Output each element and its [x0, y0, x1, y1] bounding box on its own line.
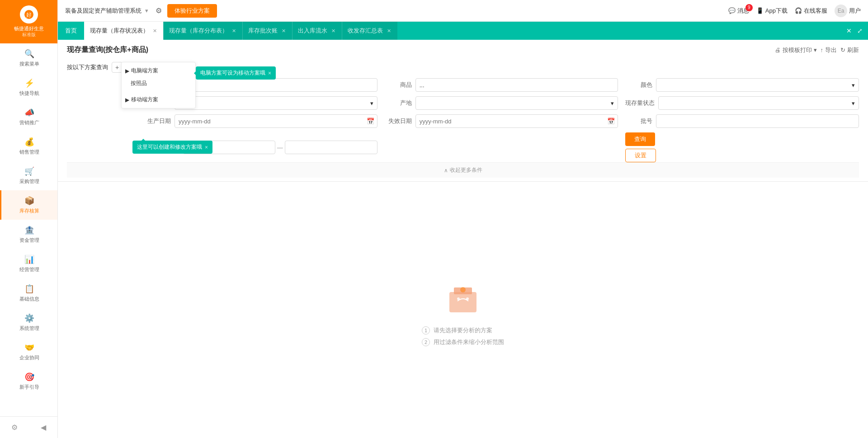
online-support-btn[interactable]: 🎧 在线客服	[795, 7, 827, 15]
message-badge: 9	[745, 4, 753, 11]
sidebar-item-label: 系统管理	[19, 325, 39, 332]
sidebar-item-quick-nav[interactable]: ⚡ 快捷导航	[0, 73, 57, 102]
tab-home[interactable]: 首页	[58, 22, 84, 40]
sidebar-item-label: 营销推广	[19, 119, 39, 126]
scheme-group-desktop: ▶ 电脑端方案 按照品	[122, 62, 195, 91]
sidebar-item-search-menu[interactable]: 🔍 搜索菜单	[0, 43, 57, 73]
app-download-btn[interactable]: 📱 App下载	[756, 7, 788, 15]
scheme-group-header-desktop[interactable]: ▶ 电脑端方案	[122, 64, 195, 77]
tab-close-btn[interactable]: ✕	[330, 28, 336, 34]
sidebar-item-marketing[interactable]: 📣 营销推广	[0, 102, 57, 132]
filter-row-production-date: 生产日期 📅	[144, 114, 377, 128]
user-btn[interactable]: Ea 用户	[835, 5, 861, 17]
origin-select[interactable]: ▾	[415, 96, 618, 110]
sidebar-item-operation[interactable]: 📊 经营管理	[0, 249, 57, 278]
phone-icon: 📱	[756, 7, 764, 14]
sidebar-item-system[interactable]: ⚙️ 系统管理	[0, 308, 57, 337]
tooltip-create-text: 这里可以创建和修改方案哦	[137, 143, 202, 151]
page-header: 现存量查询(按仓库+商品) 🖨 按模板打印 ▾ ↑ 导出 ↻ 刷新	[58, 40, 868, 58]
search-reset-col: 查询 设置	[625, 132, 859, 162]
sidebar-item-sales[interactable]: 💰 销售管理	[0, 132, 57, 161]
chevron-up-icon: ∧	[444, 167, 448, 174]
tab-inventory-status[interactable]: 现存量（库存状况表） ✕	[84, 22, 163, 40]
tab-batch-account[interactable]: 库存批次账 ✕	[242, 22, 292, 40]
batch-no-input[interactable]	[656, 114, 859, 128]
collapse-label: 收起更多条件	[450, 166, 482, 174]
message-btn[interactable]: 💬 消息 9	[728, 7, 749, 15]
sidebar-item-basic-info[interactable]: 📋 基础信息	[0, 278, 57, 308]
sidebar-item-label: 企业协同	[19, 354, 39, 361]
tab-close-btn[interactable]: ✕	[151, 28, 158, 34]
stock-status-select[interactable]: ▾	[658, 96, 859, 110]
tooltip-create: 这里可以创建和修改方案哦 ×	[132, 141, 212, 154]
tab-label: 现存量（库存分布表）	[169, 27, 228, 35]
sidebar-nav: 🔍 搜索菜单 ⚡ 快捷导航 📣 营销推广 💰 销售管理 🛒 采购管理 📦 库存核…	[0, 43, 57, 416]
tooltip-scheme-close[interactable]: ×	[268, 70, 271, 76]
app-download-label: App下载	[765, 7, 788, 15]
sidebar-item-finance[interactable]: 🏦 资金管理	[0, 220, 57, 249]
sidebar-item-inventory[interactable]: 📦 库存核算	[0, 190, 57, 220]
expiry-date-input[interactable]: 📅	[415, 114, 618, 128]
filter-title: 按以下方案查询	[67, 63, 108, 71]
sidebar-item-label: 经营管理	[19, 266, 39, 273]
tab-inventory-dist[interactable]: 现存量（库存分布表） ✕	[163, 22, 242, 40]
refresh-icon: ↻	[840, 47, 845, 53]
tab-in-out-flow[interactable]: 出入库流水 ✕	[292, 22, 342, 40]
scheme-group-header-mobile[interactable]: ▶ 移动端方案	[122, 93, 195, 106]
tab-close-btn[interactable]: ✕	[231, 28, 237, 34]
calendar-icon[interactable]: 📅	[364, 118, 377, 125]
sidebar-collapse-btn[interactable]: ◀	[39, 421, 48, 433]
scheme-group-label: 电脑端方案	[131, 67, 158, 75]
sidebar: 好 畅捷通好生意 标准版 🔍 搜索菜单 ⚡ 快捷导航 📣 营销推广 💰 销售管理…	[0, 0, 58, 438]
export-btn[interactable]: ↑ 导出	[821, 46, 837, 54]
stock-qty-max[interactable]	[285, 141, 377, 154]
collapse-bar[interactable]: ∧ 收起更多条件	[67, 162, 859, 178]
system-dropdown-btn[interactable]: ▾	[145, 7, 148, 14]
print-label: 按模板打印	[783, 46, 812, 54]
inventory-icon: 📦	[24, 196, 34, 206]
scheme-panel: ▶ 电脑端方案 按照品 ▶ 移动端方案	[121, 62, 196, 108]
search-btn[interactable]: 查询	[625, 132, 655, 146]
reset-btn[interactable]: 设置	[625, 149, 656, 162]
scheme-item-product[interactable]: 按照品	[122, 77, 195, 89]
sidebar-item-label: 库存核算	[19, 207, 39, 214]
sidebar-item-cooperation[interactable]: 🤝 企业协同	[0, 337, 57, 367]
tab-close-all-btn[interactable]: ✕	[844, 25, 854, 36]
warehouse-select[interactable]: ...	[175, 78, 377, 92]
svg-text:好: 好	[26, 12, 32, 18]
sidebar-item-guide[interactable]: 🎯 新手引导	[0, 367, 57, 396]
empty-tip-2: 2 用过滤条件来缩小分析范围	[422, 338, 504, 346]
page-content: 现存量查询(按仓库+商品) 🖨 按模板打印 ▾ ↑ 导出 ↻ 刷新	[58, 40, 868, 438]
settings-icon[interactable]: ⚙	[156, 6, 162, 15]
industry-btn[interactable]: 体验行业方案	[167, 4, 217, 18]
tab-recv-send-summary[interactable]: 收发存汇总表 ✕	[342, 22, 397, 40]
logo-text: 畅捷通好生意	[14, 25, 44, 32]
color-select[interactable]: ▾	[656, 78, 859, 92]
sidebar-item-label: 采购管理	[19, 178, 39, 185]
refresh-btn[interactable]: ↻ 刷新	[840, 46, 859, 54]
page-actions: 🖨 按模板打印 ▾ ↑ 导出 ↻ 刷新	[775, 46, 859, 54]
size-select[interactable]: ▾	[175, 96, 377, 110]
empty-illustration	[440, 274, 486, 319]
tooltip-scheme: 电脑方案可设为移动方案哦 ×	[196, 66, 276, 80]
filter-row-stock-status: 现存量状态 ▾	[625, 96, 859, 110]
production-date-input[interactable]: 📅	[175, 114, 377, 128]
expiry-date-field[interactable]	[416, 118, 605, 125]
print-btn[interactable]: 🖨 按模板打印 ▾	[775, 46, 817, 54]
calendar-icon[interactable]: 📅	[604, 118, 618, 125]
sidebar-item-purchase[interactable]: 🛒 采购管理	[0, 161, 57, 190]
tab-close-btn[interactable]: ✕	[386, 28, 392, 34]
production-date-field[interactable]	[175, 118, 364, 125]
tab-close-btn[interactable]: ✕	[280, 28, 287, 34]
tab-expand-btn[interactable]: ⤢	[855, 25, 864, 36]
sidebar-settings-btn[interactable]: ⚙	[9, 421, 19, 433]
svg-point-4	[460, 287, 466, 292]
header-right: 💬 消息 9 📱 App下载 🎧 在线客服 Ea 用户	[728, 5, 861, 17]
chevron-right-icon: ▶	[125, 97, 129, 103]
product-select[interactable]: ...	[415, 78, 618, 92]
filter-row-batch-no: 批号	[625, 114, 859, 128]
tip-text-2: 用过滤条件来缩小分析范围	[434, 338, 504, 346]
avatar: Ea	[835, 5, 847, 17]
tooltip-create-close[interactable]: ×	[205, 144, 208, 151]
color-label: 颜色	[625, 81, 652, 89]
